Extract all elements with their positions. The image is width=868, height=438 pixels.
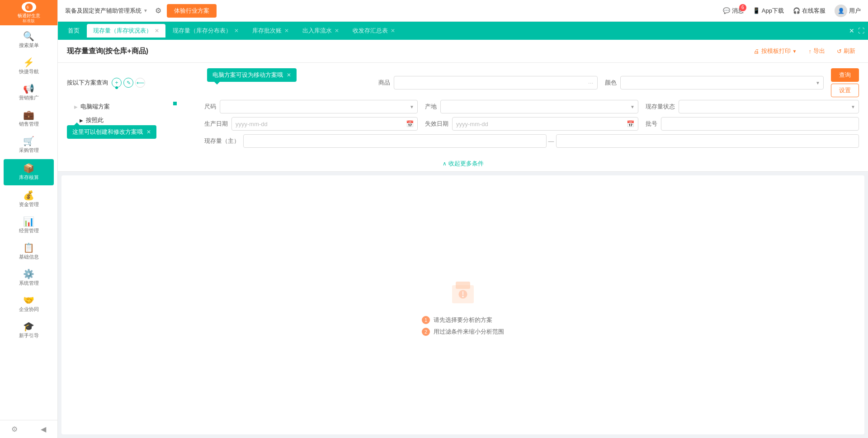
system-selector[interactable]: 装备及固定资产辅助管理系统 ▼ <box>65 7 148 15</box>
origin-select[interactable] <box>440 100 638 113</box>
tab-stock-status-label: 现存量（库存状况表） <box>93 27 152 35</box>
expire-date-input[interactable]: yyyy-mm-dd 📅 <box>452 117 638 131</box>
batch-input[interactable] <box>661 117 859 131</box>
scheme-tree-section: 这里可以创建和修改方案哦 ✕ ▶ 电脑端方案 ▶ 按照此 <box>67 100 859 152</box>
management-icon: 📊 <box>23 217 34 226</box>
tooltip-create-scheme: 这里可以创建和修改方案哦 ✕ <box>67 125 156 139</box>
filter-row-size: 尺码 ▼ 产地 ▼ <box>204 100 859 113</box>
tab-close-icon-5[interactable]: ✕ <box>391 28 395 33</box>
sidebar-item-purchase[interactable]: 🛒 采购管理 <box>0 132 57 158</box>
sidebar-label-sales: 销售管理 <box>19 121 39 127</box>
sidebar-item-base[interactable]: 📋 基础信息 <box>0 239 57 265</box>
settings-footer-icon[interactable]: ⚙ <box>11 425 18 433</box>
filter-col-color: 颜色 ▼ <box>605 76 824 89</box>
main-area: 装备及固定资产辅助管理系统 ▼ ⚙ 体验行业方案 💬 消息 6 📱 App下载 … <box>58 0 868 438</box>
user-label: 用户 <box>849 7 861 15</box>
sidebar-label-search: 搜索菜单 <box>19 42 39 49</box>
tab-close-icon-4[interactable]: ✕ <box>335 28 339 33</box>
sidebar-label-marketing: 营销推广 <box>19 94 39 101</box>
stock-range-max[interactable] <box>556 134 859 148</box>
size-select[interactable] <box>220 100 418 113</box>
sidebar-item-cooperation[interactable]: 🤝 企业协同 <box>0 291 57 317</box>
tab-fullscreen-icon[interactable]: ⛶ <box>858 27 864 34</box>
filter-icon-btns: + ✎ ⟵ <box>112 78 145 88</box>
prod-date-input[interactable]: yyyy-mm-dd 📅 <box>231 117 418 131</box>
system-name-label: 装备及固定资产辅助管理系统 <box>65 7 142 15</box>
content-area: 现存量查询(按仓库+商品) 🖨 按模板打印 ▼ ↑ 导出 ↺ 刷新 <box>58 40 868 438</box>
tab-stock-dist[interactable]: 现存量（库存分布表） ✕ <box>166 24 245 38</box>
filter-col-prod-date: 生产日期 yyyy-mm-dd 📅 <box>204 117 418 131</box>
app-logo: 6 畅通好生意 标准版 <box>0 0 57 25</box>
prod-date-placeholder: yyyy-mm-dd <box>236 121 268 127</box>
sidebar-item-guide[interactable]: 🎓 新手引导 <box>0 317 57 344</box>
filter-col-expire-date: 失效日期 yyyy-mm-dd 📅 <box>425 117 638 131</box>
message-badge: 6 <box>739 4 746 11</box>
sidebar-item-management[interactable]: 📊 经营管理 <box>0 212 57 239</box>
empty-state: 1 请先选择要分析的方案 2 用过滤条件来缩小分析范围 <box>61 175 864 434</box>
app-download-item[interactable]: 📱 App下载 <box>753 7 784 15</box>
svg-rect-3 <box>456 282 470 289</box>
sidebar-item-nav[interactable]: ⚡ 快捷导航 <box>0 53 57 80</box>
tab-inout[interactable]: 出入库流水 ✕ <box>296 24 345 38</box>
color-label: 颜色 <box>605 79 617 87</box>
tab-batch[interactable]: 库存批次账 ✕ <box>246 24 295 38</box>
sidebar-item-sales[interactable]: 💼 销售管理 <box>0 106 57 132</box>
setting-btn[interactable]: 设置 <box>831 84 859 97</box>
export-btn[interactable]: ↑ 导出 <box>805 45 829 57</box>
experience-btn[interactable]: 体验行业方案 <box>167 4 217 18</box>
online-service-item[interactable]: 🎧 在线客服 <box>793 7 826 15</box>
scheme-pc-item[interactable]: ▶ 电脑端方案 <box>69 100 141 113</box>
filter-row-1: 按以下方案查询 + ✎ ⟵ 电脑方案可设为移动方案哦 ✕ 商品 · <box>67 68 859 97</box>
color-select-wrap[interactable]: ▼ <box>620 76 824 89</box>
sidebar-item-marketing[interactable]: 📢 营销推广 <box>0 80 57 106</box>
topbar: 装备及固定资产辅助管理系统 ▼ ⚙ 体验行业方案 💬 消息 6 📱 App下载 … <box>58 0 868 22</box>
message-icon: 💬 <box>723 7 730 14</box>
back-scheme-btn[interactable]: ⟵ <box>135 78 145 88</box>
stock-status-select-wrap[interactable]: ▼ <box>679 100 859 113</box>
origin-select-wrap[interactable]: ▼ <box>440 100 638 113</box>
tab-inout-label: 出入库流水 <box>302 27 332 35</box>
stock-range-min[interactable] <box>243 134 547 148</box>
topbar-right: 💬 消息 6 📱 App下载 🎧 在线客服 👤 用户 <box>723 5 861 17</box>
print-btn[interactable]: 🖨 按模板打印 ▼ <box>750 45 801 57</box>
collapse-chevron-icon: ∧ <box>443 160 447 167</box>
tooltip-close-2[interactable]: ✕ <box>146 129 151 135</box>
color-select[interactable] <box>620 76 824 89</box>
tab-stock-status[interactable]: 现存量（库存状况表） ✕ <box>87 24 165 38</box>
filter-collapse-btn[interactable]: ∧ 收起更多条件 <box>67 156 859 171</box>
tab-close-icon-3[interactable]: ✕ <box>284 28 289 33</box>
tooltip-close-1[interactable]: ✕ <box>287 72 291 78</box>
add-scheme-btn[interactable]: + <box>112 78 122 88</box>
tab-summary[interactable]: 收发存汇总表 ✕ <box>346 24 401 38</box>
tab-close-icon-2[interactable]: ✕ <box>234 28 239 33</box>
tab-home[interactable]: 首页 <box>61 24 86 38</box>
system-selector-chevron: ▼ <box>143 8 148 13</box>
filter-scheme-label: 按以下方案查询 + ✎ ⟵ <box>67 78 145 88</box>
gear-icon[interactable]: ⚙ <box>155 6 161 15</box>
connector-dot <box>173 102 177 105</box>
step-num-1: 1 <box>422 316 430 324</box>
stock-status-select[interactable] <box>679 100 859 113</box>
message-item[interactable]: 💬 消息 6 <box>723 7 744 15</box>
product-label: 商品 <box>378 79 390 87</box>
online-service-label: 在线客服 <box>802 7 826 15</box>
tab-close-icon[interactable]: ✕ <box>155 28 159 33</box>
search-icon: 🔍 <box>23 32 34 41</box>
collapse-sidebar-icon[interactable]: ◀ <box>41 425 46 433</box>
sidebar-item-stock[interactable]: 📦 库存核算 <box>4 159 54 185</box>
edit-scheme-btn[interactable]: ✎ <box>123 78 133 88</box>
tabbar: 首页 现存量（库存状况表） ✕ 现存量（库存分布表） ✕ 库存批次账 ✕ 出入库… <box>58 22 868 40</box>
search-btn[interactable]: 查询 <box>831 68 859 82</box>
scheme-pc-label: 电脑端方案 <box>80 103 110 111</box>
refresh-btn[interactable]: ↺ 刷新 <box>833 45 859 57</box>
empty-illustration <box>445 274 481 311</box>
size-select-wrap[interactable]: ▼ <box>220 100 418 113</box>
empty-steps: 1 请先选择要分析的方案 2 用过滤条件来缩小分析范围 <box>422 316 504 336</box>
user-item[interactable]: 👤 用户 <box>835 5 861 17</box>
sidebar-item-system[interactable]: ⚙️ 系统管理 <box>0 265 57 291</box>
sidebar-item-search[interactable]: 🔍 搜索菜单 <box>0 27 57 53</box>
tab-close-all-icon[interactable]: ✕ <box>849 27 854 34</box>
sidebar-label-finance: 资金管理 <box>19 201 39 208</box>
sidebar-item-finance[interactable]: 💰 资金管理 <box>0 186 57 212</box>
lightning-icon: ⚡ <box>23 58 34 67</box>
